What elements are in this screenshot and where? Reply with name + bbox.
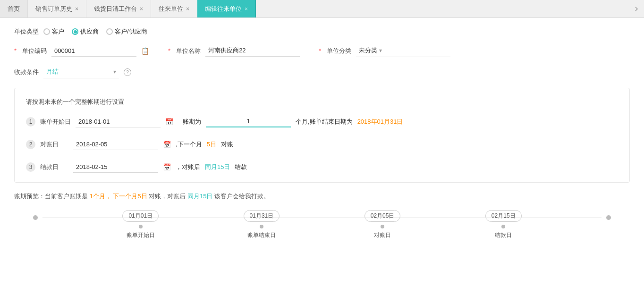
timeline-bubble-1: 01月01日 [122, 210, 159, 222]
unit-name-required: * [168, 47, 170, 54]
unit-category-label: 单位分类 [327, 47, 351, 55]
timeline-label-4: 结款日 [495, 231, 512, 239]
payment-condition-select[interactable]: 月结 ▾ [43, 66, 119, 78]
unit-name-label: 单位名称 [176, 47, 201, 55]
tab-edit-partner-label: 编辑往来单位 [205, 5, 242, 13]
row-num-3: 3 [26, 162, 35, 172]
unit-code-input[interactable] [51, 45, 136, 57]
tab-edit-partner-close[interactable]: × [245, 6, 248, 12]
setting-row-3: 3 结款日 📅 ，对账后 同月15日 结款 [26, 161, 618, 173]
timeline-bubble-2: 01月31日 [244, 210, 280, 222]
tab-partner-units-label: 往来单位 [159, 5, 183, 13]
unit-category-select[interactable]: 未分类 ▾ [356, 44, 450, 57]
preview-part1: 1个月， [90, 193, 111, 200]
timeline-label-2: 账单结束日 [247, 231, 276, 239]
tab-more-arrow[interactable] [629, 0, 644, 17]
timeline-end-dot [606, 210, 611, 220]
timeline-bubble-3: 02月05日 [364, 210, 401, 222]
field-label-3: 结款日 [40, 163, 68, 171]
start-date-input[interactable] [76, 116, 161, 127]
chevron-right-icon [634, 6, 639, 12]
preview-middle: 对账，对账后 [149, 193, 186, 200]
unit-category-required: * [319, 47, 321, 54]
tab-partner-units[interactable]: 往来单位 × [151, 0, 197, 17]
unit-info-row: * 单位编码 📋 * 单位名称 * 单位分类 未分类 ▾ [14, 44, 630, 57]
unit-code-label: 单位编码 [22, 47, 47, 55]
timeline-label-3: 对账日 [374, 231, 391, 239]
left-dot [33, 215, 38, 220]
radio-customer-label: 客户 [52, 27, 64, 36]
tab-sales-history-label: 销售订单历史 [35, 5, 72, 13]
tab-partner-units-close[interactable]: × [186, 6, 189, 12]
payment-suffix-pre: ，对账后 [176, 163, 200, 171]
dropdown-icon-category: ▾ [379, 47, 382, 54]
tab-home-label: 首页 [8, 5, 20, 13]
period-end-highlight: 2018年01月31日 [357, 118, 403, 126]
unit-name-input[interactable] [205, 45, 300, 57]
timeline-dot-2 [260, 225, 263, 228]
timeline-point-2: 01月31日 账单结束日 [244, 210, 280, 239]
unit-code-required: * [14, 47, 17, 54]
radio-supplier[interactable]: 供应商 [72, 27, 99, 36]
radio-supplier-label: 供应商 [80, 27, 99, 36]
reconcile-highlight: 5日 [207, 140, 216, 149]
reconcile-date-input[interactable] [73, 139, 158, 150]
tab-cash-work-close[interactable]: × [140, 6, 143, 12]
unit-category-value: 未分类 [359, 46, 377, 55]
timeline-point-4: 02月15日 结款日 [485, 210, 522, 239]
tab-cash-work-label: 钱货日清工作台 [94, 5, 137, 13]
payment-date-input[interactable] [73, 161, 158, 173]
calendar-icon-start[interactable]: 📅 [165, 118, 173, 126]
right-dot [606, 215, 611, 220]
payment-condition-label: 收款条件 [14, 68, 39, 76]
radio-both-label: 客户/供应商 [115, 27, 147, 36]
tab-home[interactable]: 首页 [0, 0, 28, 17]
preview-section: 账期预览：当前客户账期是 1个月， 下一个月5日 对账，对账后 同月15日 该客… [14, 192, 630, 201]
payment-highlight: 同月15日 [205, 163, 230, 171]
tab-sales-history-close[interactable]: × [75, 6, 78, 12]
unit-type-row: 单位类型 客户 供应商 客户/供应商 [14, 27, 630, 36]
setting-row-1: 1 账单开始日 📅 账期为 个月,账单结束日期为 2018年01月31日 [26, 116, 618, 127]
radio-both-circle [106, 28, 113, 35]
row-num-2: 2 [26, 140, 35, 149]
settings-box: 请按照未来的一个完整帐期进行设置 1 账单开始日 📅 账期为 个月,账单结束日期… [14, 88, 630, 183]
preview-prefix: 账期预览：当前客户账期是 [14, 193, 88, 200]
timeline-label-1: 账单开始日 [127, 231, 155, 239]
timeline-items: 01月01日 账单开始日 01月31日 账单结束日 02月05日 对账日 02月… [24, 210, 620, 239]
timeline-line [42, 218, 602, 218]
tab-sales-history[interactable]: 销售订单历史 × [28, 0, 86, 17]
radio-both[interactable]: 客户/供应商 [106, 27, 147, 36]
reconcile-suffix-post: 对账 [221, 140, 233, 149]
setting-row-2: 2 对账日 📅 ,下一个月 5日 对账 [26, 139, 618, 150]
tab-edit-partner[interactable]: 编辑往来单位 × [197, 0, 256, 17]
tab-bar: 首页 销售订单历史 × 钱货日清工作台 × 往来单位 × 编辑往来单位 × [0, 0, 644, 18]
radio-supplier-circle [72, 28, 78, 35]
calendar-icon-payment[interactable]: 📅 [163, 163, 171, 171]
period-label: 账期为 [183, 118, 201, 126]
timeline-section: 01月01日 账单开始日 01月31日 账单结束日 02月05日 对账日 02月… [14, 210, 630, 239]
unit-type-label: 单位类型 [14, 27, 39, 36]
timeline-point-3: 02月05日 对账日 [364, 210, 401, 239]
timeline-start-dot [33, 210, 38, 220]
timeline-dot-1 [139, 225, 143, 228]
radio-customer-circle [43, 28, 50, 35]
period-value-input[interactable] [206, 116, 291, 127]
payment-condition-row: 收款条件 月结 ▾ ? [14, 66, 630, 78]
field-label-1: 账单开始日 [40, 118, 71, 126]
timeline-dot-3 [381, 225, 384, 228]
calendar-icon-1[interactable]: 📋 [141, 47, 149, 55]
help-icon[interactable]: ? [124, 68, 131, 76]
preview-suffix: 该客户会给我打款。 [214, 193, 270, 200]
radio-group: 客户 供应商 客户/供应商 [43, 27, 147, 36]
period-unit-text: 个月,账单结束日期为 [296, 118, 353, 126]
timeline-bubble-4: 02月15日 [485, 210, 522, 222]
timeline-dot-4 [501, 225, 505, 228]
preview-part2: 下一个月5日 [113, 193, 147, 200]
row-num-1: 1 [26, 117, 35, 127]
preview-part3: 同月15日 [187, 193, 212, 200]
payment-suffix-post: 结款 [235, 163, 247, 171]
calendar-icon-reconcile[interactable]: 📅 [163, 141, 171, 148]
dropdown-icon-payment: ▾ [113, 68, 116, 75]
radio-customer[interactable]: 客户 [43, 27, 64, 36]
tab-cash-work[interactable]: 钱货日清工作台 × [86, 0, 151, 17]
